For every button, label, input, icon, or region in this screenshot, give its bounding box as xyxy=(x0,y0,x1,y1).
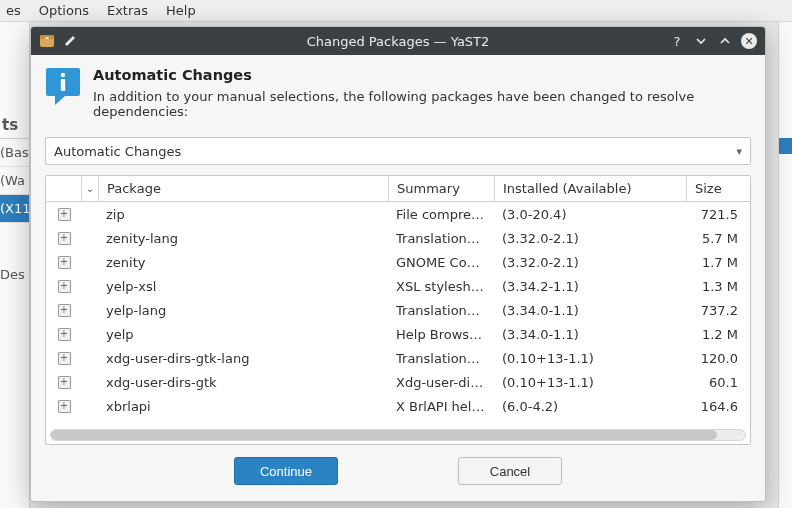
cell-installed: (6.0-4.2) xyxy=(494,399,686,414)
changes-filter-dropdown[interactable]: Automatic Changes ▾ xyxy=(45,137,751,165)
row-checkbox[interactable]: + xyxy=(58,280,71,293)
cell-installed: (3.34.0-1.1) xyxy=(494,303,686,318)
chevron-down-icon: ▾ xyxy=(736,145,742,158)
column-size[interactable]: Size xyxy=(687,176,741,201)
cell-summary: File compressi… xyxy=(388,207,494,222)
background-left-row-selected[interactable]: (X11 xyxy=(0,195,29,223)
table-row[interactable]: +yelpHelp Browser …(3.34.0-1.1)1.2 M xyxy=(46,322,750,346)
menu-item[interactable]: Help xyxy=(166,3,196,18)
cell-package: zip xyxy=(98,207,388,222)
yast-app-icon xyxy=(39,33,55,49)
menu-item[interactable]: es xyxy=(6,3,21,18)
svg-point-4 xyxy=(61,73,65,77)
background-right-panel xyxy=(778,22,792,508)
table-row[interactable]: +xdg-user-dirs-gtkXdg-user-dir s…(0.10+1… xyxy=(46,370,750,394)
table-body[interactable]: +zipFile compressi…(3.0-20.4)721.5 +zeni… xyxy=(46,202,750,429)
horizontal-scrollbar[interactable] xyxy=(50,429,746,441)
cell-size: 5.7 M xyxy=(686,231,740,246)
help-icon[interactable]: ? xyxy=(669,33,685,49)
table-row[interactable]: +yelp-langTranslations f…(3.34.0-1.1)737… xyxy=(46,298,750,322)
changed-packages-dialog: Changed Packages — YaST2 ? ✕ Automatic C… xyxy=(30,26,766,502)
cell-installed: (0.10+13-1.1) xyxy=(494,375,686,390)
row-checkbox[interactable]: + xyxy=(58,256,71,269)
row-checkbox[interactable]: + xyxy=(58,352,71,365)
column-sort[interactable]: ⌄ xyxy=(82,176,99,201)
background-left-header: ts xyxy=(0,22,29,139)
continue-button[interactable]: Continue xyxy=(234,457,338,485)
maximize-icon[interactable] xyxy=(717,33,733,49)
titlebar[interactable]: Changed Packages — YaST2 ? ✕ xyxy=(31,27,765,55)
background-left-row[interactable]: (Wa xyxy=(0,167,29,195)
cell-summary: Help Browser … xyxy=(388,327,494,342)
cell-package: xdg-user-dirs-gtk-lang xyxy=(98,351,388,366)
cell-installed: (3.34.0-1.1) xyxy=(494,327,686,342)
row-checkbox[interactable]: + xyxy=(58,208,71,221)
column-installed[interactable]: Installed (Available) xyxy=(495,176,687,201)
cell-size: 737.2 xyxy=(686,303,740,318)
cell-package: xbrlapi xyxy=(98,399,388,414)
dialog-subheading: In addition to your manual selections, t… xyxy=(93,89,751,119)
row-checkbox[interactable]: + xyxy=(58,304,71,317)
svg-rect-2 xyxy=(46,37,49,39)
row-checkbox[interactable]: + xyxy=(58,400,71,413)
cell-package: zenity xyxy=(98,255,388,270)
cell-summary: XSL stylesheet… xyxy=(388,279,494,294)
chevron-down-icon: ⌄ xyxy=(86,183,94,194)
info-icon xyxy=(45,67,81,103)
menu-item[interactable]: Options xyxy=(39,3,89,18)
table-header: ⌄ Package Summary Installed (Available) … xyxy=(46,176,750,202)
cell-installed: (3.32.0-2.1) xyxy=(494,255,686,270)
background-left-panel: ts (Bas (Wa (X11 Des xyxy=(0,22,30,508)
cell-size: 164.6 xyxy=(686,399,740,414)
cell-size: 60.1 xyxy=(686,375,740,390)
background-left-row[interactable]: (Bas xyxy=(0,139,29,167)
cell-package: xdg-user-dirs-gtk xyxy=(98,375,388,390)
cell-summary: Translations f… xyxy=(388,303,494,318)
menu-item[interactable]: Extras xyxy=(107,3,148,18)
row-checkbox[interactable]: + xyxy=(58,232,71,245)
cell-package: yelp xyxy=(98,327,388,342)
table-row[interactable]: +zenityGNOME Com…(3.32.0-2.1)1.7 M xyxy=(46,250,750,274)
svg-rect-5 xyxy=(61,79,65,91)
packages-table: ⌄ Package Summary Installed (Available) … xyxy=(45,175,751,445)
cell-size: 1.7 M xyxy=(686,255,740,270)
column-checkbox[interactable] xyxy=(46,176,82,201)
cell-installed: (0.10+13-1.1) xyxy=(494,351,686,366)
cell-installed: (3.34.2-1.1) xyxy=(494,279,686,294)
cell-summary: X BrlAPI helper… xyxy=(388,399,494,414)
cell-package: yelp-xsl xyxy=(98,279,388,294)
cell-summary: GNOME Com… xyxy=(388,255,494,270)
dropdown-selected-label: Automatic Changes xyxy=(54,144,181,159)
minimize-icon[interactable] xyxy=(693,33,709,49)
table-row[interactable]: +yelp-xslXSL stylesheet…(3.34.2-1.1)1.3 … xyxy=(46,274,750,298)
cell-size: 1.3 M xyxy=(686,279,740,294)
column-summary[interactable]: Summary xyxy=(389,176,495,201)
window-title: Changed Packages — YaST2 xyxy=(31,34,765,49)
background-menubar: es Options Extras Help xyxy=(0,0,792,22)
pin-icon[interactable] xyxy=(63,34,75,49)
cell-package: zenity-lang xyxy=(98,231,388,246)
cell-summary: Translations f… xyxy=(388,351,494,366)
row-checkbox[interactable]: + xyxy=(58,376,71,389)
cell-size: 120.0 xyxy=(686,351,740,366)
table-row[interactable]: +zipFile compressi…(3.0-20.4)721.5 xyxy=(46,202,750,226)
cell-size: 721.5 xyxy=(686,207,740,222)
close-icon[interactable]: ✕ xyxy=(741,33,757,49)
dialog-heading: Automatic Changes xyxy=(93,67,751,83)
cell-size: 1.2 M xyxy=(686,327,740,342)
cell-summary: Translations f… xyxy=(388,231,494,246)
cell-summary: Xdg-user-dir s… xyxy=(388,375,494,390)
table-row[interactable]: +xbrlapiX BrlAPI helper…(6.0-4.2)164.6 xyxy=(46,394,750,418)
column-package[interactable]: Package xyxy=(99,176,389,201)
table-row[interactable]: +xdg-user-dirs-gtk-langTranslations f…(0… xyxy=(46,346,750,370)
row-checkbox[interactable]: + xyxy=(58,328,71,341)
cancel-button[interactable]: Cancel xyxy=(458,457,562,485)
background-description-label: Des xyxy=(0,223,29,282)
scrollbar-thumb[interactable] xyxy=(51,430,717,440)
background-right-selection xyxy=(779,138,792,154)
cell-package: yelp-lang xyxy=(98,303,388,318)
cell-installed: (3.0-20.4) xyxy=(494,207,686,222)
table-row[interactable]: +zenity-langTranslations f…(3.32.0-2.1)5… xyxy=(46,226,750,250)
cell-installed: (3.32.0-2.1) xyxy=(494,231,686,246)
